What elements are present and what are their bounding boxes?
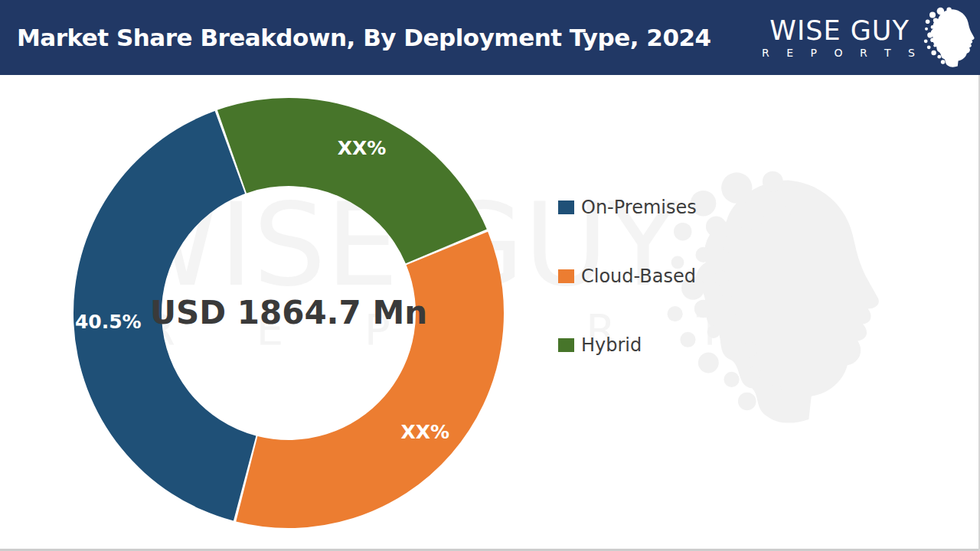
legend-item-on-premises: On-Premises xyxy=(558,197,697,218)
logo-subtitle: R E P O R T S xyxy=(757,46,922,60)
logo-text: WISE GUY R E P O R T S xyxy=(757,16,922,60)
segment-value-label: XX% xyxy=(338,137,387,159)
chart-center-value: USD 1864.7 Mn xyxy=(150,294,427,331)
legend-swatch-hybrid xyxy=(558,338,574,352)
page-title: Market Share Breakdown, By Deployment Ty… xyxy=(17,0,711,75)
donut-chart: XX%XX%40.5% xyxy=(0,0,980,551)
logo-wordmark: WISE GUY xyxy=(757,16,922,45)
legend-swatch-cloud-based xyxy=(558,269,574,283)
wise-guy-reports-logo: WISE GUY R E P O R T S xyxy=(757,5,975,70)
legend-item-hybrid: Hybrid xyxy=(558,334,697,356)
legend-label: Cloud-Based xyxy=(581,266,696,287)
legend-swatch-on-premises xyxy=(558,201,574,214)
donut-segment-hybrid xyxy=(217,98,487,263)
legend-item-cloud-based: Cloud-Based xyxy=(558,266,697,287)
legend-label: Hybrid xyxy=(581,334,642,356)
header-bar: Market Share Breakdown, By Deployment Ty… xyxy=(0,0,980,75)
segment-value-label: XX% xyxy=(400,421,449,443)
segment-value-label: 40.5% xyxy=(75,311,142,333)
logo-head-icon xyxy=(923,7,975,68)
infographic-page: Market Share Breakdown, By Deployment Ty… xyxy=(0,0,980,551)
legend-label: On-Premises xyxy=(581,197,697,218)
donut-segment-cloud-based xyxy=(236,232,504,528)
chart-legend: On-Premises Cloud-Based Hybrid xyxy=(558,197,697,403)
